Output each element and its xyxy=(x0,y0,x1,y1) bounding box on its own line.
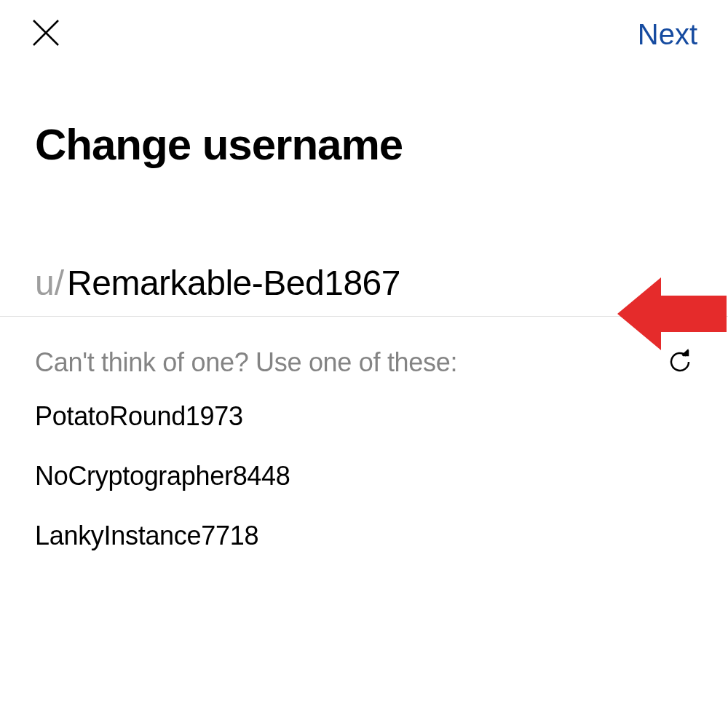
username-input[interactable] xyxy=(64,263,598,303)
suggestion-list: PotatoRound1973 NoCryptographer8448 Lank… xyxy=(35,401,728,551)
username-prefix: u/ xyxy=(35,263,64,303)
next-button[interactable]: Next xyxy=(638,18,697,51)
suggestion-item[interactable]: PotatoRound1973 xyxy=(35,401,728,432)
close-icon[interactable] xyxy=(31,17,61,51)
input-underline xyxy=(0,316,728,317)
refresh-icon xyxy=(667,366,693,377)
suggestion-item[interactable]: LankyInstance7718 xyxy=(35,521,728,551)
username-input-row: u/ xyxy=(35,263,728,303)
suggestion-item[interactable]: NoCryptographer8448 xyxy=(35,461,728,491)
suggestion-hint: Can't think of one? Use one of these: xyxy=(35,347,457,378)
page-title: Change username xyxy=(35,119,728,170)
refresh-button[interactable] xyxy=(667,349,693,377)
